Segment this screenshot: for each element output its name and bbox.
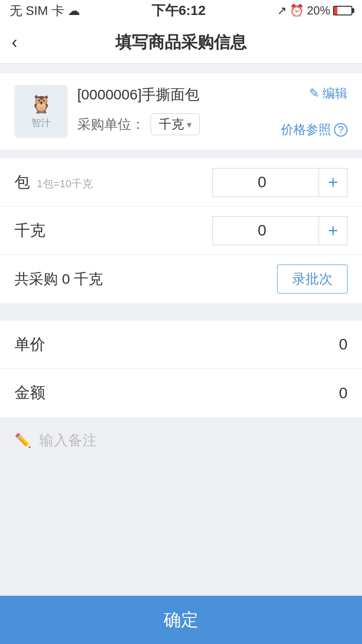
divider-1: [0, 150, 362, 158]
bao-sub-label: 1包=10千克: [37, 178, 93, 190]
edit-label: 编辑: [322, 85, 348, 102]
unit-price-value: 0: [339, 336, 348, 353]
kg-input-row: 千克 +: [0, 207, 362, 255]
status-time: 下午6:12: [152, 1, 206, 20]
price-ref-button[interactable]: 价格参照 ?: [281, 121, 348, 138]
amount-row: 金额 0: [0, 369, 362, 417]
help-icon: ?: [334, 123, 348, 137]
remark-placeholder: 输入备注: [39, 431, 97, 450]
kg-plus-button[interactable]: +: [319, 216, 348, 245]
amount-label: 金额: [14, 382, 45, 404]
product-logo: 🦉 智汁: [14, 85, 68, 138]
kg-main-label: 千克: [14, 222, 45, 239]
status-bar: 无 SIM 卡 ☁ 下午6:12 ↗ ⏰ 20%: [0, 0, 362, 21]
pencil-icon: ✏️: [14, 433, 31, 448]
nav-bar: ‹ 填写商品采购信息: [0, 21, 362, 64]
bao-label-group: 包 1包=10千克: [14, 172, 93, 193]
sim-label: 无 SIM 卡 ☁: [10, 2, 80, 19]
battery-icon: [333, 6, 352, 15]
unit-price-label: 单价: [14, 334, 45, 355]
unit-value: 千克: [159, 116, 184, 133]
bao-input-right: +: [212, 168, 348, 197]
kg-input-right: +: [212, 216, 348, 245]
page-title: 填写商品采购信息: [115, 31, 247, 54]
unit-price-row: 单价 0: [0, 321, 362, 369]
price-ref-label: 价格参照: [281, 121, 331, 138]
content-wrap: 🦉 智汁 [0000006]手撕面包 采购单位： 千克 ▾ ✎ 编辑 价格参照 …: [0, 73, 362, 644]
summary-label: 共采购: [14, 271, 62, 287]
bao-input-row: 包 1包=10千克 +: [0, 158, 362, 207]
confirm-button[interactable]: 确定: [0, 596, 362, 644]
bao-main-label: 包: [14, 173, 30, 191]
product-name: [0000006]手撕面包: [77, 85, 348, 105]
product-card: 🦉 智汁 [0000006]手撕面包 采购单位： 千克 ▾ ✎ 编辑 价格参照 …: [0, 73, 362, 150]
summary-unit-label: 千克: [74, 271, 103, 287]
dropdown-arrow-icon: ▾: [187, 119, 192, 130]
input-section: 包 1包=10千克 + 千克 +: [0, 158, 362, 255]
remark-section[interactable]: ✏️ 输入备注: [0, 417, 362, 464]
amount-value: 0: [339, 384, 348, 402]
divider-2: [0, 303, 362, 312]
summary-number: 0: [62, 271, 74, 287]
logo-text: 智汁: [31, 116, 51, 129]
kg-label-group: 千克: [14, 220, 72, 241]
bao-number-input[interactable]: [212, 168, 319, 197]
logo-owl-icon: 🦉: [30, 94, 52, 114]
summary-text: 共采购 0 千克: [14, 269, 103, 289]
alarm-icon: ⏰: [290, 4, 304, 17]
kg-number-input[interactable]: [212, 216, 319, 245]
location-icon: ↗: [277, 4, 287, 17]
batch-button[interactable]: 录批次: [277, 265, 348, 294]
edit-button[interactable]: ✎ 编辑: [309, 85, 348, 102]
status-left: 无 SIM 卡 ☁: [10, 2, 80, 19]
unit-dropdown[interactable]: 千克 ▾: [151, 113, 200, 135]
status-right: ↗ ⏰ 20%: [277, 4, 352, 17]
price-section: 单价 0 金额 0: [0, 321, 362, 417]
edit-icon: ✎: [309, 86, 320, 101]
unit-label: 采购单位：: [77, 115, 145, 134]
bao-plus-button[interactable]: +: [319, 168, 348, 197]
battery-percent: 20%: [307, 4, 330, 17]
summary-row: 共采购 0 千克 录批次: [0, 255, 362, 303]
back-button[interactable]: ‹: [12, 32, 17, 53]
